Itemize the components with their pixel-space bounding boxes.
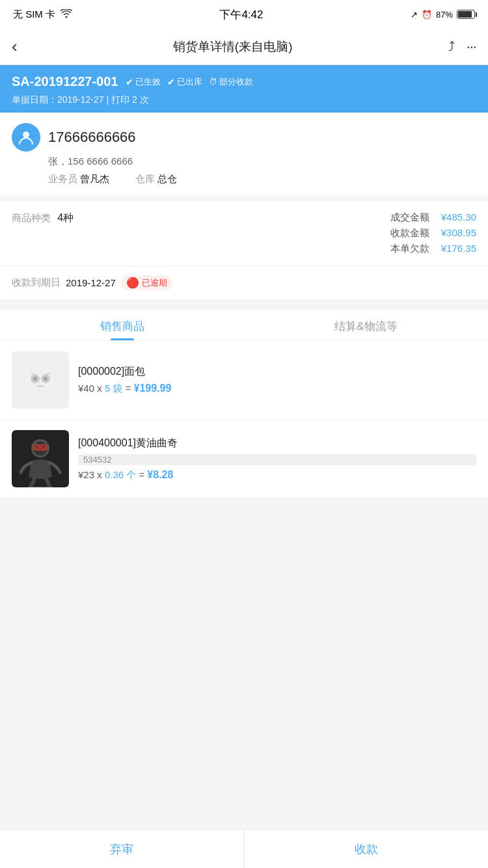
receipt-label: 收款金额 — [390, 227, 429, 239]
location-icon: ↗ — [411, 10, 418, 20]
carrier-text: 无 SIM 卡 — [13, 8, 55, 21]
more-button[interactable]: ··· — [467, 38, 476, 55]
customer-meta: 业务员 曾凡杰 仓库 总仓 — [48, 173, 476, 185]
customer-contact: 张，156 6666 6666 — [48, 156, 476, 168]
nav-bar: ‹ 销货单详情(来自电脑) ⤴ ··· — [0, 29, 488, 65]
due-date-label: 收款到期日 — [12, 277, 61, 289]
customer-section: 17666666666 张，156 6666 6666 业务员 曾凡杰 仓库 总… — [0, 113, 488, 196]
order-date-info: 单据日期：2019-12-27 | 打印 2 次 — [12, 94, 476, 106]
back-button[interactable]: ‹ — [12, 36, 18, 57]
svg-rect-1 — [21, 360, 60, 400]
status-badge-partial: ⏱ 部分收款 — [209, 76, 253, 88]
product-info-1: [0000002]面包 ¥40 x 5 袋 = ¥199.99 — [78, 351, 476, 409]
amount-summary: 成交金额 ¥485.30 收款金额 ¥308.95 本单欠款 ¥176.35 — [390, 211, 476, 255]
svg-text:diamond whale: diamond whale — [27, 485, 54, 487]
transaction-row: 成交金额 ¥485.30 — [390, 211, 476, 224]
list-item: diamond whale [000400001]黄油曲奇 534532 ¥23… — [0, 420, 488, 498]
svg-rect-15 — [33, 444, 48, 451]
svg-point-6 — [34, 377, 36, 380]
share-button[interactable]: ⤴ — [448, 39, 455, 54]
debt-amount: ¥176.35 — [441, 243, 476, 255]
debt-row: 本单欠款 ¥176.35 — [390, 243, 476, 255]
product-info-2: [000400001]黄油曲奇 534532 ¥23 x 0.36 个 = ¥8… — [78, 430, 476, 487]
avatar — [12, 123, 40, 152]
product-code-2: [000400001]黄油曲奇 — [78, 437, 476, 450]
status-badges: ✔ 已生效 ✔ 已出库 ⏱ 部分收款 — [126, 76, 253, 88]
status-badge-active: ✔ 已生效 — [126, 76, 161, 88]
salesperson-field: 业务员 曾凡杰 — [48, 173, 109, 185]
product-code-1: [0000002]面包 — [78, 365, 476, 379]
due-date-value: 2019-12-27 — [66, 277, 116, 288]
overdue-text: 已逾期 — [142, 277, 167, 289]
overdue-icon: 🔴 — [126, 277, 139, 289]
tab-bar: 销售商品 结算&物流等 — [0, 310, 488, 341]
warehouse-label: 仓库 — [135, 173, 155, 184]
status-badge-shipped: ✔ 已出库 — [167, 76, 202, 88]
list-item: [0000002]面包 ¥40 x 5 袋 = ¥199.99 — [0, 341, 488, 420]
product-tag-2: 534532 — [78, 454, 476, 465]
confirm-button[interactable]: 收款 — [245, 830, 489, 868]
category-value: 4种 — [57, 212, 74, 223]
alarm-icon: ⏰ — [422, 10, 432, 20]
status-right: ↗ ⏰ 87% — [411, 10, 475, 20]
tab-products[interactable]: 销售商品 — [0, 310, 244, 340]
svg-point-0 — [23, 131, 29, 138]
header-banner: SA-20191227-001 ✔ 已生效 ✔ 已出库 ⏱ 部分收款 单据日期：… — [0, 65, 488, 113]
salesperson-value: 曾凡杰 — [80, 173, 109, 184]
status-left: 无 SIM 卡 — [13, 8, 72, 21]
bottom-bar: 弃审 收款 — [0, 829, 488, 868]
transaction-amount: ¥485.30 — [441, 211, 476, 224]
product-price-2: ¥23 x 0.36 个 = ¥8.28 — [78, 469, 476, 481]
divider-2 — [0, 299, 488, 305]
product-price-1: ¥40 x 5 袋 = ¥199.99 — [78, 383, 476, 395]
products-list: [0000002]面包 ¥40 x 5 袋 = ¥199.99 — [0, 341, 488, 498]
order-id: SA-20191227-001 — [12, 74, 118, 89]
debt-label: 本单欠款 — [390, 243, 429, 255]
transaction-label: 成交金额 — [390, 211, 429, 224]
receipt-row: 收款金额 ¥308.95 — [390, 227, 476, 239]
nav-actions: ⤴ ··· — [448, 38, 476, 55]
product-image-1 — [12, 351, 69, 409]
cancel-button[interactable]: 弃审 — [0, 830, 245, 868]
category-summary: 商品种类 4种 — [12, 211, 74, 225]
svg-point-7 — [44, 377, 47, 380]
overdue-badge: 🔴 已逾期 — [121, 275, 172, 290]
due-date-section: 收款到期日 2019-12-27 🔴 已逾期 — [0, 265, 488, 299]
status-time: 下午4:42 — [219, 7, 263, 22]
product-image-2: diamond whale — [12, 430, 69, 487]
bottom-spacer — [0, 498, 488, 550]
summary-section: 商品种类 4种 成交金额 ¥485.30 收款金额 ¥308.95 本单欠款 ¥… — [0, 201, 488, 265]
battery-icon — [457, 10, 475, 19]
divider-1 — [0, 196, 488, 201]
receipt-amount: ¥308.95 — [441, 227, 476, 239]
tab-settlement[interactable]: 结算&物流等 — [244, 310, 488, 340]
status-bar: 无 SIM 卡 下午4:42 ↗ ⏰ 87% — [0, 0, 488, 29]
warehouse-field: 仓库 总仓 — [135, 173, 177, 185]
customer-id: 17666666666 — [48, 129, 136, 146]
salesperson-label: 业务员 — [48, 173, 77, 184]
page-title: 销货单详情(来自电脑) — [173, 38, 293, 55]
wifi-icon — [61, 9, 72, 20]
category-label: 商品种类 — [12, 212, 51, 223]
battery-percent: 87% — [436, 10, 453, 20]
warehouse-value: 总仓 — [157, 173, 177, 184]
